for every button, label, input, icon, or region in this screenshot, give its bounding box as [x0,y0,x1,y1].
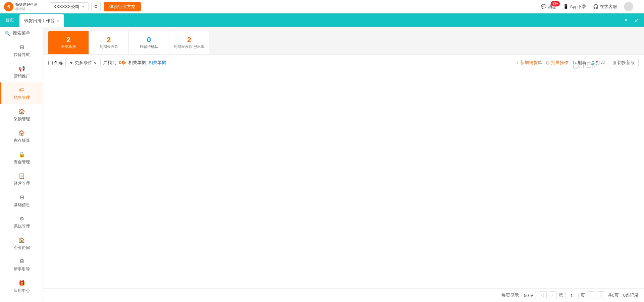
table-area [43,71,644,288]
filter-label: 更多条件 [75,60,92,66]
print-label: 打印 [596,60,605,66]
dropdown-arrow-icon: ▼ [82,5,85,8]
minimize-icon: × [624,17,627,23]
page-suffix: 页 [581,292,585,298]
add-btn-label: 新增销货单 [520,60,542,66]
tab-minimize-button[interactable]: × [622,16,630,24]
sidebar-item-sys-mgmt[interactable]: ⚙ 系统管理 [0,211,43,233]
switch-version-button[interactable]: ⊞ 切换新版 [609,58,639,67]
app-center-icon: 🎁 [18,280,25,286]
marketing-icon: 📢 [18,65,25,72]
filter-button[interactable]: ▼ 更多条件 ∨ [65,58,101,67]
related-link[interactable]: 相关单据 [149,60,166,66]
inventory-icon: 🏠 [18,129,25,136]
online-service-button[interactable]: 🎧 在线客服 [593,4,617,10]
per-page-value: 50 [524,293,529,298]
sidebar-item-purchase[interactable]: 🏠 采购管理 [0,104,43,125]
sidebar-item-enterprise[interactable]: 🏠 企业协同 [0,233,43,254]
company-name: XXXXXX公司 [53,4,79,10]
app-download-label: App下载 [570,4,586,10]
trial-button[interactable]: 体验行业方案 [104,2,141,11]
stat-label-all: 全部单据 [61,44,76,49]
settings-button[interactable]: ⚙ [91,2,101,11]
sidebar-item-guide[interactable]: 🖥 新手引导 [0,254,43,276]
guide-icon: 🖥 [18,258,25,265]
batch-icon: ⊞ [546,60,550,65]
stat-label-wangwang: 旺辅待确认 [140,44,158,49]
stat-num-overdue: 2 [107,36,111,44]
add-sales-order-button[interactable]: + 新增销货单 [516,60,542,66]
page-nav: ⟨⟨ ‹ 第 页 › ⟩⟩ [539,291,605,299]
toolbar: 全选 ▼ 更多条件 ∨ 共找到 0条 相关单据 相关单据 + 新增销货单 ⊞ 批… [43,54,644,71]
sidebar-item-inventory[interactable]: 🏠 库存核算 [0,125,43,147]
first-page-button[interactable]: ⟨⟨ [539,291,547,299]
enterprise-icon: 🏠 [18,237,25,243]
finance-icon: 🔒 [18,151,25,158]
per-page-select[interactable]: 50 ∨ [522,292,536,299]
tab-close-button[interactable]: × [57,18,59,23]
batch-operation-button[interactable]: ⊞ 批量操作 [546,60,569,66]
sidebar-item-app-center[interactable]: 🎁 应用中心 [0,276,43,297]
page-input[interactable] [565,292,579,299]
last-page-button[interactable]: ⟩⟩ [597,291,605,299]
stat-tab-overdue-out[interactable]: 2 到期未收款 已出库 [169,31,209,54]
sidebar-label-sys-mgmt: 系统管理 [14,224,30,229]
stat-tab-wangwang[interactable]: 0 旺辅待确认 [129,31,169,54]
search-menu-item[interactable]: 🔍 搜索菜单 [0,27,43,40]
message-badge: 99+ [551,1,560,6]
per-page-label: 每页显示 [501,292,519,298]
sidebar-label-finance: 资金管理 [14,159,30,165]
stat-label-overdue: 到期未收款 [100,44,118,49]
tab-maximize-button[interactable]: ⤢ [633,16,641,24]
sidebar-item-sales[interactable]: 🏷 销售管理 [0,82,43,104]
home-tab[interactable]: 首页 [0,13,19,27]
sidebar-label-marketing: 营销推广 [14,73,30,79]
stat-tab-overdue[interactable]: 2 到期未收款 [89,31,129,54]
switch-label: 切换新版 [618,60,635,66]
prev-page-button[interactable]: ‹ [549,291,557,299]
sidebar-item-marketing[interactable]: 📢 营销推广 [0,61,43,82]
filter-arrow-icon: ∨ [94,60,97,65]
sidebar-label-sales: 销售管理 [14,95,30,101]
sidebar-label-enterprise: 企业协同 [14,245,30,251]
main-layout: 🔍 搜索菜单 ⊞ 快捷导航 📢 营销推广 🏷 销售管理 🏠 采购管理 🏠 库存核… [0,27,644,302]
active-tab[interactable]: 钱货日清工作台 × [19,14,64,27]
avatar[interactable] [624,2,633,11]
app-download-button[interactable]: 📱 App下载 [563,4,586,10]
result-count: 0条 [119,60,126,66]
grid-icon: ⊞ [18,44,25,50]
active-tab-label: 钱货日清工作台 [24,18,55,24]
select-all-checkbox[interactable]: 全选 [48,60,63,66]
top-header: 6 畅捷通好生意 标准版 XXXXXX公司 ▼ ⚙ 体验行业方案 💬 消息 99… [0,0,644,13]
batch-label: 批量操作 [551,60,569,66]
sidebar-label-app-center: 应用中心 [14,288,30,294]
sidebar-item-base-info[interactable]: ⊞ 基础信息 [0,190,43,211]
header-right: 💬 消息 99+ 📱 App下载 🎧 在线客服 [541,2,640,11]
message-button[interactable]: 💬 消息 99+ [541,4,556,10]
per-page-arrow-icon: ∨ [530,293,534,298]
search-menu-label: 搜索菜单 [13,30,30,36]
sidebar-item-finance[interactable]: 🔒 资金管理 [0,147,43,168]
operation-icon: 📋 [18,172,25,179]
sidebar-label-guide: 新手引导 [14,266,30,272]
stat-num-wangwang: 0 [147,36,151,44]
sidebar-label-base-info: 基础信息 [14,202,30,208]
stat-tab-all[interactable]: 2 全部单据 [48,31,89,54]
sidebar-item-operation[interactable]: 📋 经营管理 [0,168,43,190]
content-area: 2 全部单据 2 到期未收款 0 旺辅待确认 2 到期未收款 已出库 全选 [43,27,644,302]
mobile-icon: 📱 [563,4,569,9]
stat-label-overdue-out: 到期未收款 已出库 [174,44,204,49]
switch-icon: ⊞ [612,60,616,65]
sidebar-item-weixin[interactable]: 💬 企业微信 [0,297,43,302]
next-page-button[interactable]: › [587,291,595,299]
sales-icon: 🏷 [18,86,25,93]
tab-active-indicator [49,53,88,54]
sidebar-item-quick-nav[interactable]: ⊞ 快捷导航 [0,40,43,61]
search-icon: 🔍 [5,31,10,36]
select-all-input[interactable] [48,61,53,65]
stat-num-overdue-out: 2 [187,36,191,44]
filter-icon: ▼ [69,60,73,65]
select-all-label: 全选 [54,60,63,66]
company-selector[interactable]: XXXXXX公司 ▼ [50,2,89,11]
sidebar-label-inventory: 库存核算 [14,138,30,143]
